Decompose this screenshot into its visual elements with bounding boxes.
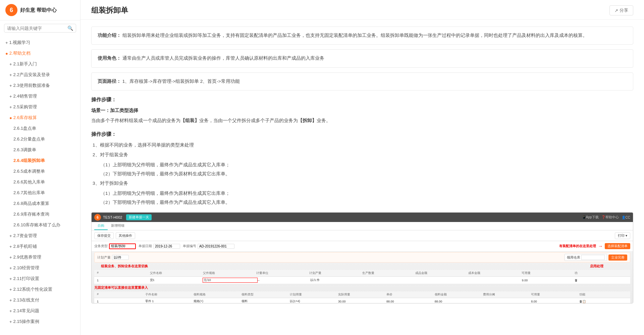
app-logo: 6 [5,4,17,16]
role-label: 使用角色： [98,56,121,61]
sidebar-item-docs[interactable]: ● 2.帮助文档 [0,48,80,59]
sidebar-item-label: 2.14常见问题 [13,308,39,314]
mock-type-label: 业务类型 [94,244,108,248]
mock-ops-btn[interactable]: 其他操作 [116,232,135,239]
expand-icon: + [9,83,12,88]
sidebar-item-cost[interactable]: 2.6.5成本调整单 [0,166,80,177]
screenshot-mock: 6 TEST-H002 新建单据一夫 📱App下载 ❓帮助中心 👤CC [92,213,633,303]
search-input[interactable] [7,26,67,31]
sidebar-item-coupon[interactable]: + 2.9优惠券管理 [0,252,80,263]
role-block: 使用角色： 通常由生产人员或库管人员完成拆装业务的操作，库管人员确认原材料的出库… [91,49,633,67]
expand-icon: + [9,309,12,314]
sidebar-item-label: 2.帮助文档 [9,50,31,56]
sidebar-item-label: 2.9优惠券管理 [13,254,41,260]
sidebar-item-label: 2.12系统个性化设置 [13,286,52,292]
sidebar-item-ledger[interactable]: 2.6.9库存账本查询 [0,209,80,220]
mock-top-table: # 父件名称 父件规格 计量单位 计划产量 生产数量 成品金额 成本金额 可用量… [94,270,630,284]
sidebar-item-label: 2.6.5成本调整单 [13,168,45,174]
expand-icon: + [9,287,12,292]
sidebar-item-ledger-err[interactable]: 2.6.10库存账本错了么办 [0,220,80,230]
share-label: 分享 [620,7,628,13]
mock-num-input[interactable] [198,244,234,249]
mock-save-btn[interactable]: 保存提交 [94,232,114,239]
search-icon[interactable]: 🔍 [67,25,73,31]
sidebar-item-onlinepay[interactable]: + 2.13在线支付 [0,295,80,305]
step2-sub1: （1）上部明细为父件明细，最终作为产成品生成其它入库单； [91,161,633,169]
sidebar-item-newcomer[interactable]: + 2.1新手入门 [0,59,80,69]
sidebar-item-mobile[interactable]: + 2.8手机旺铺 [0,241,80,252]
mock-topbar: 6 TEST-H002 新建单据一夫 📱App下载 ❓帮助中心 👤CC [92,213,633,222]
sidebar-item-count[interactable]: 2.6.1盘点单 [0,123,80,134]
mock-bottom-row1: 1 零件 1 规格(+) 领料 以(1+4) 30.00 88.00 88.00… [94,298,630,303]
intro-text: 组装拆卸单用来处理企业组装或拆卸等加工业务，支持有固定装配清单的产品加工业务，也… [122,33,587,38]
expand-icon: + [9,255,12,260]
sidebar-item-label: 2.6.1盘点单 [13,125,36,131]
search-box[interactable]: 🔍 [4,24,76,33]
step3-sub2: （2）下部明细为子件明细，最终作为产成品生成其它入库单。 [91,198,633,207]
mock-arrow1: → [598,243,603,249]
intro-label: 功能介绍： [98,33,121,38]
sidebar-item-sort[interactable]: 2.6.3调拨单 [0,145,80,155]
mock-logo: 6 [94,214,101,221]
share-icon: ↗ [614,8,618,13]
sidebar-item-purchase[interactable]: + 2.5采购管理 [0,102,80,112]
sidebar-item-recalc[interactable]: 2.6.8商品成本重算 [0,198,80,209]
nav-menu: + 1.视频学习 ● 2.帮助文档 + 2.1新手入门 + 2.2产品安装及登录… [0,36,80,328]
mock-field-num: 单据编号 [183,244,234,249]
sidebar-item-label: 2.8手机旺铺 [13,243,37,249]
sidebar-item-video[interactable]: + 1.视频学习 [0,37,80,48]
sidebar-item-sales[interactable]: + 2.4销售管理 [0,91,80,102]
step1: 1、根据不同的业务，选择不同单据的类型来处理 [91,141,633,150]
mock-bottom-label-row: 无固定清单可以直接在这里置重录入 [92,285,633,291]
sidebar-item-sysconfig[interactable]: + 2.12系统个性化设置 [0,284,80,295]
page-header: 组装拆卸单 ↗ 分享 [80,0,644,20]
steps-title: 操作步骤： [91,97,633,103]
mock-new-btn[interactable]: 新建单据一夫 [126,214,152,220]
expand-icon: + [9,72,12,77]
sidebar-item-finance[interactable]: + 2.7资金管理 [0,230,80,241]
mock-tab-add[interactable]: 新增明细 [108,222,128,230]
page-title: 组装拆卸单 [91,5,128,15]
expand-icon: + [5,40,8,45]
mock-top-header: # 父件名称 父件规格 计量单位 计划产量 生产数量 成品金额 成本金额 可用量… [94,270,630,277]
sidebar-item-ops[interactable]: + 2.10经营管理 [0,263,80,273]
mock-type-input[interactable] [109,243,136,249]
mock-field-type: 业务类型 [94,243,136,249]
sidebar-item-install[interactable]: + 2.2产品安装及登录 [0,69,80,80]
sidebar-item-cases[interactable]: + 2.15操作案例 [0,316,80,327]
sidebar-item-assemble[interactable]: 2.6.4组装拆卸单 [0,155,80,166]
sidebar-item-split[interactable]: 2.6.2分量盘点单 [0,134,80,145]
mock-date-label: 单据日期 [139,244,152,248]
mock-num-label: 单据编号 [183,244,196,248]
mock-qty-input[interactable] [112,255,129,260]
expand-icon: + [9,105,12,110]
mock-print-btn[interactable]: 打印 ▾ [615,232,630,239]
mock-warehouse-input[interactable] [581,255,605,260]
expand-icon: + [9,233,12,238]
mock-qty-label: 计划产量 [97,255,111,260]
mock-topbar-id: TEST-H002 [103,215,122,219]
expand-icon: ● [5,51,8,56]
sidebar-item-inventory[interactable]: ● 2.6库存核算 [0,112,80,123]
sidebar-item-faq[interactable]: + 2.14常见问题 [0,305,80,316]
sidebar-item-print[interactable]: + 2.11打印设置 [0,273,80,284]
mock-date-input[interactable] [153,244,180,249]
mock-bom-btn[interactable]: 选择装配清单 [605,243,630,249]
mock-annotation2: 组装业务、拆卸业务在这里切换 [101,264,148,269]
sidebar-item-label: 2.5采购管理 [13,104,37,110]
expand-icon: + [9,298,12,303]
sidebar-item-dataprep[interactable]: + 2.3使用前数据准备 [0,80,80,91]
sidebar-item-label: 2.6.4组装拆卸单 [13,158,45,164]
mock-help-icon: ❓帮助中心 [601,215,619,220]
mock-app-icon: 📱App下载 [582,215,599,220]
sidebar-item-otherin[interactable]: 2.6.6其他入库单 [0,177,80,187]
mock-field-qty: 计划产量 [97,255,129,260]
app-title: 好生意 帮助中心 [20,7,57,13]
mock-confirm-btn[interactable]: 立业完善 [608,255,627,261]
share-button[interactable]: ↗ 分享 [609,5,633,15]
mock-annotation-row: 组装业务、拆卸业务在这里切换 启用处理 [92,263,633,269]
sidebar-item-label: 2.15操作案例 [13,319,39,325]
mock-enable-label: 领用仓库 [567,256,580,259]
sidebar-item-otherout[interactable]: 2.6.7其他出库单 [0,187,80,198]
mock-tab-zigou[interactable]: 自购 [94,222,108,230]
